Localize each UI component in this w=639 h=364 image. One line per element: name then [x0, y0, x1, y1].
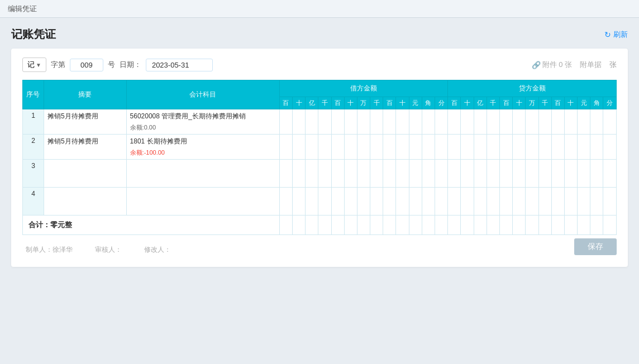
row-2-c1[interactable] — [448, 135, 461, 160]
row-1-d4[interactable] — [318, 109, 331, 135]
row-4-c3[interactable] — [474, 188, 487, 215]
row-2-summary[interactable]: 摊销5月待摊费用 — [44, 135, 126, 160]
row-1-d8[interactable] — [370, 109, 383, 135]
row-4-c7[interactable] — [526, 188, 538, 215]
row-1-c13[interactable] — [603, 109, 617, 135]
row-1-c1[interactable] — [448, 109, 461, 135]
row-3-d10[interactable] — [396, 160, 409, 188]
row-2-c5[interactable] — [499, 135, 512, 160]
row-4-d4[interactable] — [318, 188, 331, 215]
row-3-c11[interactable] — [578, 160, 590, 188]
row-4-d9[interactable] — [383, 188, 396, 215]
row-4-c10[interactable] — [564, 188, 577, 215]
row-2-d7[interactable] — [357, 135, 370, 160]
row-2-d3[interactable] — [306, 135, 318, 160]
row-1-summary[interactable]: 摊销5月待摊费用 — [44, 109, 126, 135]
row-4-d3[interactable] — [306, 188, 318, 215]
row-4-c4[interactable] — [487, 188, 499, 215]
row-1-c5[interactable] — [499, 109, 512, 135]
row-4-c9[interactable] — [551, 188, 564, 215]
row-1-d13[interactable] — [435, 109, 448, 135]
attach-document-button[interactable]: 附单据 — [580, 60, 602, 70]
row-1-d2[interactable] — [292, 109, 305, 135]
row-4-d11[interactable] — [409, 188, 422, 215]
row-3-account[interactable] — [126, 160, 279, 188]
row-4-c12[interactable] — [590, 188, 603, 215]
row-1-d12[interactable] — [422, 109, 435, 135]
row-1-c12[interactable] — [590, 109, 603, 135]
row-3-d5[interactable] — [331, 160, 344, 188]
row-2-c3[interactable] — [474, 135, 487, 160]
row-2-c12[interactable] — [590, 135, 603, 160]
row-2-c13[interactable] — [603, 135, 617, 160]
row-3-d6[interactable] — [344, 160, 357, 188]
row-1-d1[interactable] — [279, 109, 292, 135]
row-4-account[interactable] — [126, 188, 279, 215]
row-1-d7[interactable] — [357, 109, 370, 135]
row-3-summary[interactable] — [44, 160, 126, 188]
row-4-d13[interactable] — [435, 188, 448, 215]
row-2-c10[interactable] — [564, 135, 577, 160]
row-4-c1[interactable] — [448, 188, 461, 215]
row-3-c12[interactable] — [590, 160, 603, 188]
row-1-d3[interactable] — [306, 109, 318, 135]
row-4-d12[interactable] — [422, 188, 435, 215]
row-1-c11[interactable] — [578, 109, 590, 135]
row-2-d4[interactable] — [318, 135, 331, 160]
row-3-d13[interactable] — [435, 160, 448, 188]
row-3-d1[interactable] — [279, 160, 292, 188]
row-4-c2[interactable] — [461, 188, 474, 215]
row-3-d12[interactable] — [422, 160, 435, 188]
voucher-number-input[interactable] — [70, 59, 103, 71]
row-1-d9[interactable] — [383, 109, 396, 135]
row-1-c10[interactable] — [564, 109, 577, 135]
row-2-d9[interactable] — [383, 135, 396, 160]
row-2-d10[interactable] — [396, 135, 409, 160]
row-2-d13[interactable] — [435, 135, 448, 160]
row-3-c8[interactable] — [538, 160, 551, 188]
row-1-d11[interactable] — [409, 109, 422, 135]
row-2-c2[interactable] — [461, 135, 474, 160]
row-4-d10[interactable] — [396, 188, 409, 215]
row-3-c1[interactable] — [448, 160, 461, 188]
row-2-c9[interactable] — [551, 135, 564, 160]
row-1-c9[interactable] — [551, 109, 564, 135]
row-4-d5[interactable] — [331, 188, 344, 215]
row-3-c5[interactable] — [499, 160, 512, 188]
row-3-d3[interactable] — [306, 160, 318, 188]
row-3-d7[interactable] — [357, 160, 370, 188]
row-2-d5[interactable] — [331, 135, 344, 160]
row-2-account[interactable]: 1801 长期待摊费用 余额:-100.00 — [126, 135, 279, 160]
row-2-c6[interactable] — [513, 135, 526, 160]
row-3-d11[interactable] — [409, 160, 422, 188]
save-button[interactable]: 保存 — [574, 238, 617, 255]
row-4-d7[interactable] — [357, 188, 370, 215]
row-1-d10[interactable] — [396, 109, 409, 135]
row-4-summary[interactable] — [44, 188, 126, 215]
row-3-c7[interactable] — [526, 160, 538, 188]
row-1-c3[interactable] — [474, 109, 487, 135]
row-3-c10[interactable] — [564, 160, 577, 188]
row-4-d2[interactable] — [292, 188, 305, 215]
row-1-c7[interactable] — [526, 109, 538, 135]
row-4-c13[interactable] — [603, 188, 617, 215]
row-2-d1[interactable] — [279, 135, 292, 160]
row-2-d11[interactable] — [409, 135, 422, 160]
row-2-d2[interactable] — [292, 135, 305, 160]
row-4-c5[interactable] — [499, 188, 512, 215]
row-3-c6[interactable] — [513, 160, 526, 188]
row-3-c13[interactable] — [603, 160, 617, 188]
row-4-d8[interactable] — [370, 188, 383, 215]
row-2-c7[interactable] — [526, 135, 538, 160]
row-1-c8[interactable] — [538, 109, 551, 135]
row-2-d8[interactable] — [370, 135, 383, 160]
row-3-c2[interactable] — [461, 160, 474, 188]
row-1-c2[interactable] — [461, 109, 474, 135]
row-4-c8[interactable] — [538, 188, 551, 215]
row-3-c9[interactable] — [551, 160, 564, 188]
row-1-c6[interactable] — [513, 109, 526, 135]
row-2-c8[interactable] — [538, 135, 551, 160]
row-3-d4[interactable] — [318, 160, 331, 188]
row-1-account[interactable]: 56020008 管理费用_长期待摊费用摊销 余额:0.00 — [126, 109, 279, 135]
row-3-d9[interactable] — [383, 160, 396, 188]
